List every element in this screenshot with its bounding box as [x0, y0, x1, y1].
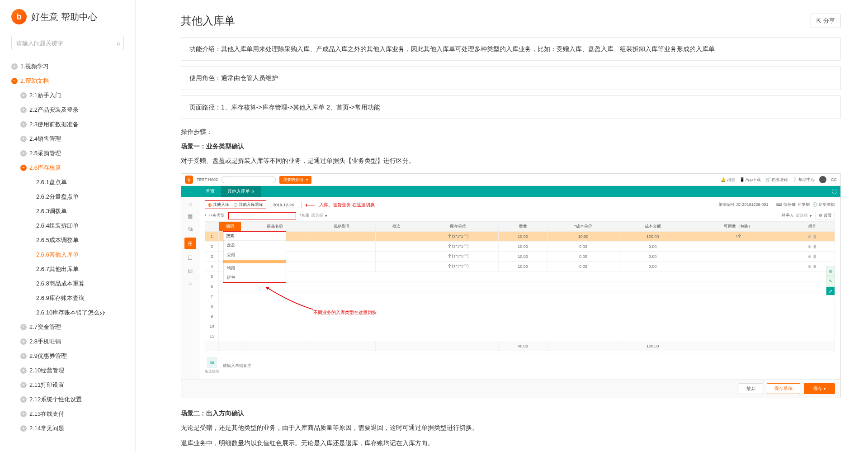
- date-input[interactable]: 2019-12-26: [270, 202, 302, 208]
- draft-button[interactable]: 保存草稿: [767, 383, 800, 394]
- nav-213[interactable]: +2.13在线支付: [11, 407, 124, 421]
- expand-icon: +: [20, 136, 27, 142]
- business-type-select[interactable]: [228, 212, 296, 219]
- nav-269[interactable]: 2.6.9库存账本查询: [11, 291, 124, 305]
- nav-24[interactable]: +2.4销售管理: [11, 132, 124, 146]
- nav-261[interactable]: 2.6.1盘点单: [11, 175, 124, 190]
- shot-add-link[interactable]: 🛒 在线增购: [765, 177, 788, 183]
- close-icon[interactable]: ×: [252, 189, 255, 194]
- nav-263[interactable]: 2.6.3调拨单: [11, 204, 124, 219]
- nav-label: 2.6.7其他出库单: [36, 262, 79, 276]
- dd-option[interactable]: 受赠: [223, 250, 286, 260]
- annotation-2: 不同业务的入库类型在这里切换: [313, 309, 377, 316]
- nav-label: 2.14常见问题: [29, 421, 64, 436]
- nav-262[interactable]: 2.6.2分量盘点单: [11, 190, 124, 204]
- expand-icon: +: [20, 382, 27, 388]
- expand-icon: +: [20, 324, 27, 330]
- radio-return[interactable]: 其他入库退库: [234, 202, 263, 208]
- shot-content: 其他入库 其他入库退库 2019-12-26 ⟵ 入库、退货业务 在这里切换 单…: [199, 197, 840, 379]
- nav-docs[interactable]: −2.帮助文档: [11, 74, 124, 88]
- search-wrap: ⌕: [11, 36, 124, 50]
- scene2-p2: 退库业务中，明细数量均以负值红色展示。无论是入库还是退库，库存账均记在入库方向。: [181, 438, 841, 449]
- table-row[interactable]: 2个(1*1*1个)10.000.000.00⊕ 🗑: [205, 242, 835, 252]
- radio-inbound[interactable]: 其他入库: [208, 202, 229, 208]
- setting-button[interactable]: ⚙ 设置: [816, 212, 835, 219]
- nav-label: 2.6.6其他入库单: [36, 247, 79, 262]
- table-row[interactable]: 1个(1*1*1个)10.0010.00100.007个⊕ 🗑: [205, 232, 835, 242]
- shot-tab-home[interactable]: 首页: [199, 186, 221, 197]
- remark-row: ✉ 备注信息: [205, 353, 835, 376]
- nav-label: 2.1新手入门: [29, 88, 61, 103]
- nav-210[interactable]: +2.10经营管理: [11, 363, 124, 378]
- dd-option-selected[interactable]: [223, 260, 286, 263]
- nav-label: 2.6.10库存账本错了怎么办: [36, 305, 105, 320]
- nav-doc-icon[interactable]: ▦: [186, 212, 194, 220]
- nav-28[interactable]: +2.8手机旺铺: [11, 334, 124, 349]
- nav-26[interactable]: −2.6库存核算: [11, 161, 124, 175]
- shot-tabs: 首页 其他入库单× ⛶: [181, 186, 840, 197]
- dd-option[interactable]: 均赠: [223, 263, 286, 273]
- shot-avatar-icon[interactable]: [819, 176, 826, 183]
- logo-icon: b: [11, 9, 27, 24]
- tool-icon[interactable]: ⊕: [826, 266, 835, 276]
- intro-text: 其他入库单用来处理除采购入库、产成品入库之外的其他入库业务，因此其他入库单可处理…: [221, 45, 715, 52]
- nav-stock-icon[interactable]: ⊞: [184, 238, 196, 249]
- nav-214[interactable]: +2.14常见问题: [11, 421, 124, 436]
- shot-search-input[interactable]: [222, 176, 276, 183]
- nav-211[interactable]: +2.11打印设置: [11, 378, 124, 392]
- nav-label: 2.6.8商品成本重算: [36, 276, 85, 291]
- page-title: 其他入库单: [181, 14, 235, 28]
- history-link[interactable]: 🕘 历史单据: [812, 202, 835, 208]
- nav-212[interactable]: +2.12系统个性化设置: [11, 392, 124, 407]
- nav-27[interactable]: +2.7资金管理: [11, 320, 124, 334]
- nav-box-icon[interactable]: ☐: [186, 254, 194, 262]
- expand-icon: +: [20, 338, 27, 345]
- shot-msg-link[interactable]: 🔔 消息: [721, 177, 735, 183]
- nav-label: 2.4销售管理: [29, 132, 61, 146]
- tool-icon[interactable]: ⤢: [826, 286, 835, 295]
- nav-report-icon[interactable]: ▤: [186, 266, 194, 275]
- shot-referral-button[interactable]: 我要转介绍 ▾: [279, 176, 311, 184]
- nav-264[interactable]: 2.6.4组装拆卸单: [11, 219, 124, 233]
- nav-21[interactable]: +2.1新手入门: [11, 88, 124, 103]
- share-button[interactable]: ⇱分享: [811, 14, 841, 28]
- fullscreen-icon[interactable]: ⛶: [829, 189, 840, 194]
- nav-267[interactable]: 2.6.7其他出库单: [11, 262, 124, 276]
- th-op: 操作: [790, 222, 835, 232]
- nav-22[interactable]: +2.2产品安装及登录: [11, 103, 124, 117]
- nav-265[interactable]: 2.6.5成本调整单: [11, 233, 124, 247]
- table-row[interactable]: 3个(1*1*1个)10.000.000.00⊕ 🗑: [205, 252, 835, 262]
- site-title: 好生意 帮助中心: [31, 11, 97, 23]
- nav-label: 2.6库存核算: [29, 161, 61, 175]
- scene1-text: 对于受赠、盘盈或是拆装入库等不同的业务，是通过单据头【业务类型】进行区分。: [181, 155, 841, 167]
- tool-icon[interactable]: ✎: [826, 276, 835, 285]
- nav-23[interactable]: +2.3使用前数据准备: [11, 117, 124, 132]
- nav-2610[interactable]: 2.6.10库存账本错了怎么办: [11, 305, 124, 320]
- dd-option[interactable]: 拆包: [223, 273, 286, 282]
- remark-input[interactable]: [223, 363, 835, 368]
- search-input[interactable]: [11, 36, 124, 50]
- nav-chart-icon[interactable]: ≣: [186, 279, 194, 287]
- cancel-button[interactable]: 放弃: [739, 383, 763, 394]
- nav-268[interactable]: 2.6.8商品成本重算: [11, 276, 124, 291]
- nav-25[interactable]: +2.5采购管理: [11, 146, 124, 161]
- save-button[interactable]: 保存▾: [804, 383, 835, 394]
- shot-company: TEST-H002: [197, 177, 218, 182]
- business-type-dropdown: 搜索 盘盈 受赠 均赠 拆包: [223, 231, 286, 283]
- shot-help-link[interactable]: ❔ 帮助中心: [792, 177, 815, 183]
- nav-video[interactable]: +1.视频学习: [11, 59, 124, 74]
- nav-266[interactable]: 2.6.6其他入库单: [11, 247, 124, 262]
- nav-cart-icon[interactable]: 🛍: [186, 225, 194, 233]
- shot-app-link[interactable]: 📱 App下载: [740, 177, 761, 183]
- nav-home-icon[interactable]: ⌂: [186, 200, 194, 208]
- scene2-title: 场景二：出入方向确认: [181, 409, 841, 418]
- shot-tab-current[interactable]: 其他入库单×: [221, 186, 261, 197]
- dropdown-search[interactable]: 搜索: [223, 232, 286, 241]
- dd-option[interactable]: 盘盈: [223, 241, 286, 250]
- nav-label: 2.6.1盘点单: [36, 175, 67, 190]
- shortcut-link[interactable]: ⌨ 快捷键: [776, 202, 796, 208]
- nav-29[interactable]: +2.9优惠券管理: [11, 349, 124, 363]
- search-icon[interactable]: ⌕: [117, 39, 120, 47]
- table-row[interactable]: 4个(1*1*1个)10.000.000.00⊕ 🗑: [205, 262, 835, 271]
- copy-link[interactable]: ⎘ 复制: [798, 202, 810, 208]
